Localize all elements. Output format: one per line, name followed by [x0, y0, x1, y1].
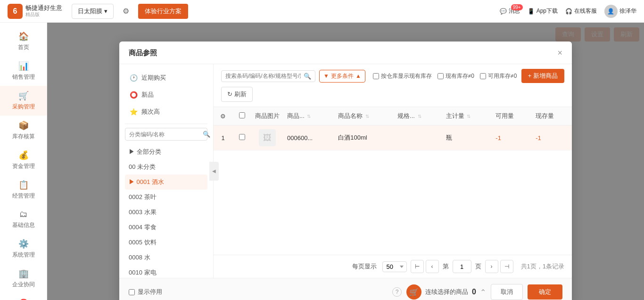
- product-table-panel: 🔍 ▼ 更多条件 ▲ 按仓库显示现有库存: [214, 64, 572, 278]
- enterprise-icon: 🏢: [18, 268, 29, 279]
- cart-icon[interactable]: 🛒: [406, 284, 421, 300]
- category-0003[interactable]: 0003 水果: [125, 205, 207, 220]
- sidebar-item-system[interactable]: ⚙️ 系统管理: [0, 234, 47, 264]
- product-image: 🖼: [259, 129, 276, 146]
- col-unit[interactable]: 主计量 ⇅: [442, 107, 492, 125]
- per-page-label: 每页显示: [352, 262, 377, 271]
- tab-frequent[interactable]: ⭐ 频次高: [125, 104, 207, 120]
- sort-icon-name: ⇅: [365, 114, 369, 119]
- experience-btn[interactable]: 体验行业方案: [138, 4, 188, 19]
- store-dropdown[interactable]: 日太阳膜 ▾: [72, 4, 114, 19]
- modal-body: 🕐 近期购买 ⭕ 新品 ⭐ 频次高: [119, 64, 572, 278]
- product-table-container: ⚙ 商品图片 商品... ⇅: [214, 107, 572, 255]
- logo: 6 畅捷通好生意 精品版: [8, 4, 62, 19]
- confirm-button[interactable]: 确定: [528, 284, 562, 300]
- category-0004[interactable]: 0004 零食: [125, 220, 207, 235]
- next-page-button[interactable]: ›: [485, 260, 498, 273]
- settings-icon[interactable]: ⚙: [118, 4, 133, 19]
- category-0001[interactable]: ▶ 0001 酒水: [125, 175, 207, 190]
- sidebar-item-basic[interactable]: 🗂 基础信息: [0, 205, 47, 234]
- show-disabled-checkbox[interactable]: 显示停用: [129, 288, 162, 296]
- warehouse-stock-checkbox[interactable]: 按仓库显示现有库存: [373, 72, 432, 80]
- footer-right: ? 🛒 连续选择的商品 0 ⌃ 取消 确定: [392, 284, 562, 300]
- pagination: 每页显示 50 10 20 100 ⊢ ‹ 第: [214, 255, 572, 278]
- inventory-icon: 📦: [18, 120, 29, 131]
- col-stock[interactable]: 现存量: [532, 107, 572, 125]
- app-download-nav[interactable]: 📱 App下载: [528, 7, 558, 15]
- category-0010[interactable]: 0010 家电: [125, 265, 207, 278]
- sort-icon-spec: ⇅: [418, 114, 421, 119]
- phone-icon: 📱: [528, 8, 535, 15]
- cart-count: 0: [472, 288, 476, 296]
- col-product-name[interactable]: 商品名称 ⇅: [334, 107, 394, 125]
- sidebar-item-sales[interactable]: 📊 销售管理: [0, 56, 47, 86]
- prev-page-button[interactable]: ‹: [426, 260, 439, 273]
- sidebar-item-inventory[interactable]: 📦 库存核算: [0, 116, 47, 145]
- sidebar-item-home[interactable]: 🏠 首页: [0, 26, 47, 56]
- product-unit-cell: 瓶: [442, 125, 492, 150]
- first-page-button[interactable]: ⊢: [411, 260, 424, 273]
- chevron-down-icon: ▾: [104, 8, 107, 15]
- category-0002[interactable]: 0002 茶叶: [125, 190, 207, 205]
- col-spec[interactable]: 规格... ⇅: [394, 107, 442, 125]
- category-search-box: 🔍: [125, 128, 207, 141]
- category-search-icon[interactable]: 🔍: [203, 131, 210, 138]
- sales-icon: 📊: [18, 61, 29, 71]
- user-nav[interactable]: 👤 徐泽华: [604, 5, 636, 18]
- current-page-input[interactable]: [453, 260, 471, 273]
- per-page-select[interactable]: 50 10 20 100: [382, 261, 407, 272]
- sidebar-item-guide[interactable]: 🎯 新手引导: [0, 293, 47, 300]
- product-table: ⚙ 商品图片 商品... ⇅: [214, 107, 572, 150]
- tab-recent-purchase[interactable]: 🕐 近期购买: [125, 70, 207, 86]
- sidebar-item-procurement[interactable]: 🛒 采购管理: [0, 86, 47, 116]
- basic-info-icon: 🗂: [19, 209, 28, 219]
- category-list: ▶ 全部分类 00 未分类 ▶ 0001 酒水 0002 茶叶: [119, 144, 213, 278]
- product-search-input[interactable]: [225, 73, 301, 79]
- add-product-button[interactable]: + 新增商品: [521, 69, 564, 83]
- customer-service-nav[interactable]: 🎧 在线客服: [565, 7, 597, 15]
- page-suffix: 页: [475, 262, 481, 271]
- more-filter-button[interactable]: ▼ 更多条件 ▲: [319, 70, 365, 83]
- page-navigation: ⊢ ‹ 第 页 › ⊣: [411, 260, 513, 273]
- sidebar-item-enterprise[interactable]: 🏢 企业协同: [0, 264, 47, 293]
- col-settings[interactable]: ⚙: [214, 107, 232, 125]
- col-available[interactable]: 可用量: [492, 107, 532, 125]
- product-spec-cell: [394, 125, 442, 150]
- refresh-button[interactable]: ↻ 刷新: [221, 87, 253, 102]
- nonzero-available-checkbox[interactable]: 可用库存≠0: [480, 72, 517, 80]
- category-search-input[interactable]: [129, 131, 200, 138]
- nonzero-stock-checkbox[interactable]: 现有库存≠0: [438, 72, 474, 80]
- select-all-checkbox[interactable]: [239, 112, 245, 118]
- messages-nav[interactable]: 💬 消息 99+: [500, 7, 520, 15]
- sort-icon-unit: ⇅: [467, 114, 471, 119]
- sidebar-item-finance[interactable]: 💰 资金管理: [0, 145, 47, 175]
- col-product-code[interactable]: 商品... ⇅: [283, 107, 334, 125]
- messages-badge: 99+: [511, 4, 523, 10]
- category-all[interactable]: ▶ 全部分类: [125, 144, 207, 159]
- panel-collapse-button[interactable]: ◀: [209, 162, 219, 181]
- sidebar-item-operations[interactable]: 📋 经营管理: [0, 175, 47, 205]
- cancel-button[interactable]: 取消: [491, 284, 523, 300]
- filter-icon: ▼: [323, 73, 329, 79]
- product-search-icon[interactable]: 🔍: [304, 73, 311, 80]
- product-image-cell: 🖼: [251, 125, 283, 150]
- cart-collapse-icon[interactable]: ⌃: [480, 288, 486, 297]
- col-check[interactable]: [232, 107, 251, 125]
- row-num: 1: [214, 125, 232, 150]
- category-00[interactable]: 00 未分类: [125, 159, 207, 175]
- category-0005[interactable]: 0005 饮料: [125, 235, 207, 250]
- table-row[interactable]: 1 🖼 000600... 白酒100ml 瓶: [214, 125, 572, 150]
- category-0008[interactable]: 0008 水: [125, 250, 207, 265]
- modal-close-button[interactable]: ×: [557, 48, 562, 58]
- last-page-button[interactable]: ⊣: [500, 260, 513, 273]
- cart-area: 🛒 连续选择的商品 0 ⌃: [406, 284, 486, 300]
- new-icon: ⭕: [130, 91, 138, 99]
- row-checkbox[interactable]: [232, 125, 251, 150]
- recent-icon: 🕐: [130, 74, 138, 82]
- help-icon[interactable]: ?: [392, 287, 402, 297]
- tab-new-products[interactable]: ⭕ 新品: [125, 87, 207, 103]
- filter-checkboxes: 按仓库显示现有库存 现有库存≠0 可用库存≠0: [373, 72, 517, 80]
- sort-icon: ⇅: [307, 114, 311, 119]
- message-icon: 💬: [500, 8, 507, 15]
- operations-icon: 📋: [18, 180, 29, 190]
